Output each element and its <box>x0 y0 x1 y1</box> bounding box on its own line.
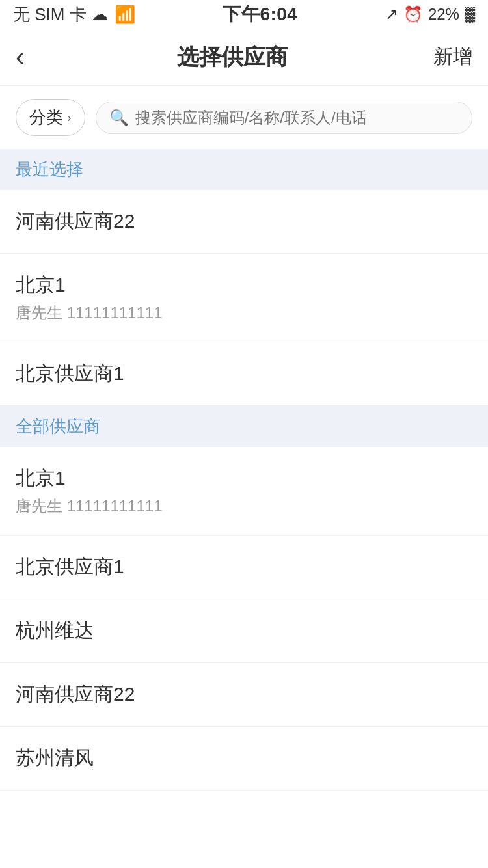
category-filter-button[interactable]: 分类 › <box>16 99 85 136</box>
wifi-icon: 📶 <box>115 5 135 25</box>
status-right: ↗ ⏰ 22% ▓ <box>385 5 475 23</box>
list-item[interactable]: 北京供应商1 <box>0 536 488 599</box>
page-title: 选择供应商 <box>177 42 288 72</box>
alarm-icon: ⏰ <box>403 5 423 23</box>
nav-bar: ‹ 选择供应商 新增 <box>0 29 488 86</box>
item-sub: 唐先生 11111111111 <box>16 496 472 517</box>
item-name: 北京1 <box>16 465 472 492</box>
recent-list: 河南供应商22北京1唐先生 11111111111北京供应商1 <box>0 190 488 406</box>
item-name: 北京供应商1 <box>16 554 472 580</box>
search-icon: 🔍 <box>109 109 129 127</box>
search-input[interactable] <box>135 109 459 127</box>
list-item[interactable]: 苏州清风 <box>0 727 488 791</box>
list-item[interactable]: 北京供应商1 <box>0 342 488 406</box>
back-icon: ‹ <box>16 42 24 71</box>
category-label: 分类 <box>29 106 63 129</box>
item-name: 河南供应商22 <box>16 681 472 708</box>
all-section-header: 全部供应商 <box>0 406 488 447</box>
all-section-title: 全部供应商 <box>16 416 100 436</box>
recent-section-header: 最近选择 <box>0 149 488 190</box>
item-name: 北京1 <box>16 272 472 299</box>
recent-section-title: 最近选择 <box>16 159 83 179</box>
item-name: 杭州维达 <box>16 617 472 644</box>
item-name: 北京供应商1 <box>16 360 472 387</box>
location-icon: ↗ <box>385 5 398 23</box>
list-item[interactable]: 北京1唐先生 11111111111 <box>0 447 488 536</box>
status-time: 下午6:04 <box>223 2 297 27</box>
list-item[interactable]: 杭州维达 <box>0 599 488 663</box>
battery-label: 22% <box>428 5 459 23</box>
filter-bar: 分类 › 🔍 <box>0 86 488 149</box>
list-item[interactable]: 河南供应商22 <box>0 190 488 254</box>
no-sim-label: 无 SIM 卡 ☁ <box>13 3 108 26</box>
all-list: 北京1唐先生 11111111111北京供应商1杭州维达河南供应商22苏州清风 <box>0 447 488 791</box>
add-button[interactable]: 新增 <box>433 44 472 70</box>
item-name: 苏州清风 <box>16 745 472 772</box>
search-box: 🔍 <box>96 102 472 134</box>
list-item[interactable]: 北京1唐先生 11111111111 <box>0 254 488 342</box>
battery-icon: ▓ <box>465 6 475 23</box>
status-bar: 无 SIM 卡 ☁ 📶 下午6:04 ↗ ⏰ 22% ▓ <box>0 0 488 29</box>
status-left: 无 SIM 卡 ☁ 📶 <box>13 3 135 26</box>
item-sub: 唐先生 11111111111 <box>16 303 472 323</box>
item-name: 河南供应商22 <box>16 208 472 235</box>
list-item[interactable]: 河南供应商22 <box>0 663 488 727</box>
back-button[interactable]: ‹ <box>9 36 31 78</box>
chevron-right-icon: › <box>67 110 72 125</box>
